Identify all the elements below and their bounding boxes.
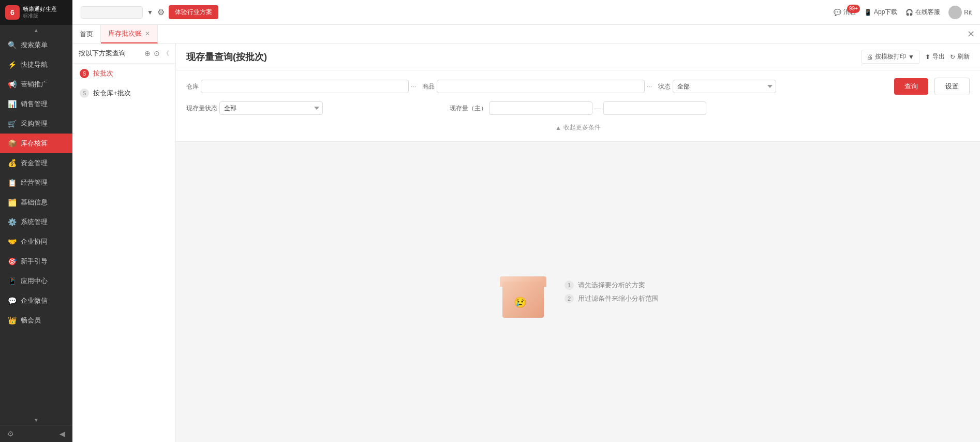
sidebar-item-finance[interactable]: 💰 资金管理	[0, 153, 72, 173]
empty-box: 😢	[502, 282, 544, 318]
warehouse-more[interactable]: ···	[411, 83, 416, 90]
empty-face: 😢	[514, 296, 527, 308]
sidebar-item-operations[interactable]: 📋 经营管理	[0, 173, 72, 193]
message-icon: 💬	[834, 9, 841, 16]
online-service-item[interactable]: 🎧 在线客服	[905, 8, 940, 17]
user-avatar-item[interactable]: Rit	[948, 6, 972, 19]
quicknav-icon: ⚡	[7, 60, 17, 69]
left-panel: 按以下方案查询 ⊕ ⊙ 《 S 按批次 S 按仓库+批次	[72, 43, 176, 442]
warehouse-label: 仓库	[186, 82, 199, 91]
settings-footer-button[interactable]: ⚙	[7, 430, 14, 438]
sidebar: 6 畅康通好生意 标准版 ▲ 🔍 搜索菜单 ⚡ 快捷导航 📢 营销推广 📊 销售…	[0, 0, 72, 442]
sidebar-item-appcenter[interactable]: 📱 应用中心	[0, 271, 72, 291]
inventory-qty-max[interactable]	[603, 101, 707, 115]
sidebar-item-inventory[interactable]: 📦 库存核算	[0, 134, 72, 153]
status-select[interactable]: 全部 正常 停用	[673, 80, 776, 93]
collapse-sidebar-button[interactable]: ◀	[60, 430, 65, 438]
filter-row-2: 现存量状态 全部 有库存 无库存 现存量（主） —	[186, 101, 970, 115]
app-download-item[interactable]: 📱 App下载	[864, 8, 897, 17]
refresh-icon: ↻	[950, 53, 955, 61]
tab-home[interactable]: 首页	[72, 25, 101, 43]
scheme-settings-button[interactable]: ⊙	[154, 49, 160, 58]
experience-btn[interactable]: 体验行业方案	[169, 5, 218, 19]
sidebar-item-marketing[interactable]: 📢 营销推广	[0, 75, 72, 94]
messages-item[interactable]: 💬 消息 99+	[834, 8, 856, 17]
batch-dot: S	[80, 69, 89, 78]
qty-dash: —	[592, 105, 603, 112]
data-area: 😢 1 请先选择要分析的方案 2 用过滤条件来缩小分析范围	[176, 142, 980, 442]
sidebar-item-newguide[interactable]: 🎯 新手引导	[0, 252, 72, 271]
app-logo: 6	[5, 5, 20, 20]
print-button[interactable]: 🖨 按模板打印 ▼	[861, 50, 920, 64]
topbar-dropdown-button[interactable]: ▼	[147, 9, 153, 16]
phone-icon: 📱	[864, 9, 872, 16]
empty-hints: 1 请先选择要分析的方案 2 用过滤条件来缩小分析范围	[565, 281, 659, 303]
sidebar-item-search[interactable]: 🔍 搜索菜单	[0, 35, 72, 55]
sidebar-header: 6 畅康通好生意 标准版	[0, 0, 72, 25]
status-label: 状态	[658, 82, 671, 91]
page-title: 现存量查询(按批次)	[186, 51, 267, 63]
service-icon: 🎧	[905, 9, 913, 16]
warehouse-input[interactable]	[201, 80, 409, 93]
sidebar-item-sales[interactable]: 📊 销售管理	[0, 94, 72, 114]
basics-icon: 🗂️	[7, 198, 17, 207]
inventory-qty-group: 现存量（主） —	[450, 101, 707, 115]
scheme-warehouse-batch[interactable]: S 按仓库+批次	[72, 83, 175, 103]
search-icon: 🔍	[7, 40, 17, 50]
status-filter-group: 状态 全部 正常 停用	[658, 80, 888, 93]
member-icon: 👑	[7, 316, 17, 325]
topbar-search-input[interactable]	[81, 6, 143, 19]
sidebar-item-enterprise[interactable]: 🤝 企业协同	[0, 232, 72, 252]
sidebar-item-member[interactable]: 👑 畅会员	[0, 311, 72, 330]
inventory-status-label: 现存量状态	[186, 104, 217, 113]
sidebar-scroll-down[interactable]: ▼	[0, 415, 72, 425]
left-panel-header: 按以下方案查询 ⊕ ⊙ 《	[72, 43, 175, 64]
main-content: ▼ ⚙ 体验行业方案 💬 消息 99+ 📱 App下载 🎧 在线客服 Rit	[72, 0, 980, 442]
export-button[interactable]: ⬆ 导出	[925, 52, 945, 61]
inventory-status-select[interactable]: 全部 有库存 无库存	[219, 101, 323, 115]
app-version: 标准版	[23, 12, 57, 20]
finance-icon: 💰	[7, 158, 17, 168]
filter-area: 仓库 ··· 商品 ··· 状态 全部 正常 停用	[176, 70, 980, 142]
page-header: 现存量查询(按批次) 🖨 按模板打印 ▼ ⬆ 导出 ↻ 刷新	[176, 43, 980, 70]
hint-2-text: 用过滤条件来缩小分析范围	[578, 294, 659, 303]
product-input[interactable]	[437, 80, 645, 93]
app-name: 畅康通好生意	[23, 5, 57, 12]
collapse-filter-btn[interactable]: ▲ 收起更多条件	[186, 121, 970, 134]
empty-state: 😢 1 请先选择要分析的方案 2 用过滤条件来缩小分析范围	[497, 266, 659, 318]
topbar-gear-button[interactable]: ⚙	[157, 7, 165, 17]
inventory-icon: 📦	[7, 139, 17, 148]
empty-icon: 😢	[497, 266, 549, 318]
enterprise-icon: 🤝	[7, 237, 17, 246]
appcenter-icon: 📱	[7, 276, 17, 286]
hint-1-text: 请先选择要分析的方案	[578, 281, 645, 290]
collapse-left-panel-button[interactable]: 《	[163, 49, 169, 58]
print-icon: 🖨	[867, 53, 873, 61]
sidebar-item-system[interactable]: ⚙️ 系统管理	[0, 212, 72, 232]
sidebar-scroll-up[interactable]: ▲	[0, 25, 72, 35]
system-icon: ⚙️	[7, 217, 17, 227]
chevron-up-icon: ▲	[555, 124, 561, 131]
topbar: ▼ ⚙ 体验行业方案 💬 消息 99+ 📱 App下载 🎧 在线客服 Rit	[72, 0, 980, 25]
sidebar-item-wechat[interactable]: 💬 企业微信	[0, 291, 72, 311]
tab-inventory-batch[interactable]: 库存批次账 ✕	[101, 25, 158, 43]
tab-close-icon[interactable]: ✕	[145, 30, 150, 37]
operations-icon: 📋	[7, 178, 17, 187]
query-button[interactable]: 查询	[894, 78, 928, 95]
sidebar-item-quicknav[interactable]: ⚡ 快捷导航	[0, 55, 72, 75]
product-more[interactable]: ···	[647, 83, 652, 90]
scheme-batch[interactable]: S 按批次	[72, 64, 175, 83]
print-dropdown-icon: ▼	[908, 53, 914, 61]
sales-icon: 📊	[7, 99, 17, 109]
wechat-icon: 💬	[7, 296, 17, 305]
hint-1: 1 请先选择要分析的方案	[565, 281, 659, 290]
newguide-icon: 🎯	[7, 257, 17, 266]
tab-close-main-icon[interactable]: ✕	[962, 28, 980, 40]
sidebar-item-purchase[interactable]: 🛒 采购管理	[0, 114, 72, 134]
inventory-qty-min[interactable]	[489, 101, 592, 115]
sidebar-footer: ⚙ ◀	[0, 425, 72, 442]
sidebar-item-basics[interactable]: 🗂️ 基础信息	[0, 193, 72, 212]
add-scheme-button[interactable]: ⊕	[144, 49, 151, 58]
refresh-button[interactable]: ↻ 刷新	[950, 52, 970, 61]
settings-button[interactable]: 设置	[934, 78, 970, 95]
